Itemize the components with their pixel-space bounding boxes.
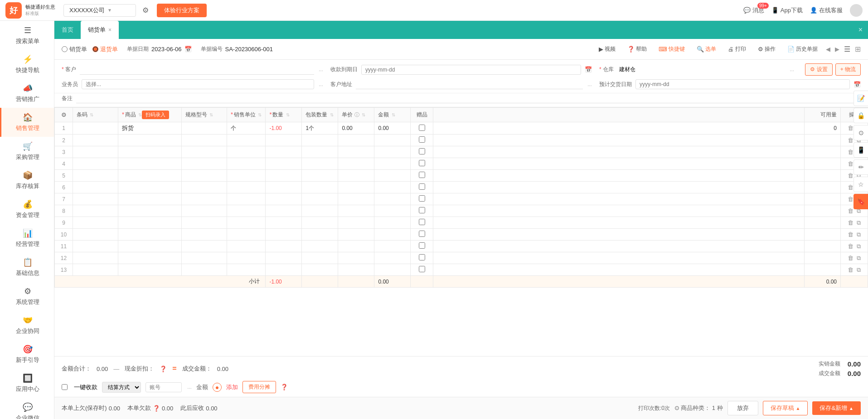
delete-icon[interactable]: 🗑 (848, 160, 853, 167)
warehouse-more-icon[interactable]: … (790, 67, 794, 72)
row-qty[interactable]: -1.00 (266, 122, 302, 135)
row-qty[interactable] (266, 182, 302, 193)
row-gift[interactable] (411, 182, 433, 193)
row-price[interactable] (338, 158, 374, 170)
account-input[interactable] (145, 382, 182, 392)
sidebar-item-newbie[interactable]: 🎯 新手引导 (0, 340, 54, 369)
row-product[interactable] (118, 205, 182, 217)
sidebar-item-basic[interactable]: 📋 基础信息 (0, 253, 54, 282)
sidebar-item-inventory[interactable]: 📦 库存核算 (0, 166, 54, 195)
operation-button[interactable]: ⚙ 操作 (754, 43, 779, 55)
scan-button[interactable]: 扫码录入 (142, 111, 169, 119)
row-price[interactable] (338, 264, 374, 276)
row-price[interactable] (338, 182, 374, 193)
sidebar-item-finance[interactable]: 💰 资金管理 (0, 195, 54, 224)
row-gift[interactable] (411, 241, 433, 252)
row-qty[interactable] (266, 252, 302, 264)
row-qty[interactable] (266, 170, 302, 182)
copy-icon[interactable]: ⧉ (857, 255, 861, 261)
row-barcode[interactable] (73, 182, 118, 193)
row-barcode[interactable] (73, 170, 118, 182)
row-product[interactable] (118, 170, 182, 182)
row-product[interactable] (118, 182, 182, 193)
row-barcode[interactable] (73, 158, 118, 170)
video-button[interactable]: ▶ 视频 (595, 43, 619, 55)
delete-icon[interactable]: 🗑 (848, 184, 853, 191)
copy-icon[interactable]: ⧉ (857, 243, 861, 250)
delete-icon[interactable]: 🗑 (848, 231, 853, 238)
sidebar-item-purchase[interactable]: 🛒 采购管理 (0, 137, 54, 166)
row-price[interactable]: 0.00 (338, 122, 374, 135)
row-gift[interactable] (411, 135, 433, 146)
copy-icon[interactable]: ⧉ (857, 219, 861, 226)
row-qty[interactable] (266, 135, 302, 146)
nav-next-icon[interactable]: ▶ (835, 46, 839, 53)
right-panel-btn-2[interactable]: 🔒 (853, 108, 868, 123)
row-product[interactable]: 拆货 (118, 122, 182, 135)
one-click-pay-checkbox[interactable] (62, 384, 68, 390)
row-price[interactable] (338, 241, 374, 252)
tab-home[interactable]: 首页 (54, 21, 81, 39)
row-qty[interactable] (266, 146, 302, 158)
delivery-calendar-icon[interactable]: 📅 (853, 81, 861, 88)
row-spec[interactable] (182, 122, 227, 135)
row-qty[interactable] (266, 158, 302, 170)
row-barcode[interactable] (73, 217, 118, 229)
row-qty[interactable] (266, 205, 302, 217)
avatar[interactable] (850, 4, 863, 17)
help-button[interactable]: ❓ 帮助 (624, 43, 650, 55)
row-spec[interactable] (182, 135, 227, 146)
calendar-icon[interactable]: 📅 (184, 46, 192, 53)
save-new-button[interactable]: 保存&新增 ▲ (812, 401, 861, 415)
radio-sales-order[interactable]: 销货单 (62, 45, 87, 53)
radio-return-order[interactable]: 退货单 (92, 45, 118, 53)
online-service-button[interactable]: 👤 在线客服 (810, 6, 843, 14)
delete-icon[interactable]: 🗑 (848, 255, 853, 261)
row-product[interactable] (118, 264, 182, 276)
sidebar-item-wechat[interactable]: 💬 企业微信 (0, 398, 54, 419)
row-barcode[interactable] (73, 264, 118, 276)
product-type-icon[interactable]: ⊙ (674, 405, 679, 411)
sidebar-item-operations[interactable]: 📊 经营管理 (0, 224, 54, 253)
app-download-button[interactable]: 📱 App下载 (771, 6, 803, 14)
row-gift[interactable] (411, 170, 433, 182)
row-gift[interactable] (411, 146, 433, 158)
messages-button[interactable]: 💬 消息 99+ (743, 6, 764, 14)
row-price[interactable] (338, 229, 374, 241)
right-panel-btn-1[interactable]: 📝 (853, 91, 868, 106)
row-barcode[interactable] (73, 241, 118, 252)
row-spec[interactable] (182, 264, 227, 276)
row-gift[interactable] (411, 252, 433, 264)
company-selector[interactable]: XXXXXX公司 ▼ (63, 4, 136, 17)
shortcut-button[interactable]: ⌨ 快捷键 (655, 43, 689, 55)
trial-button[interactable]: 体验行业方案 (157, 4, 207, 17)
row-spec[interactable] (182, 205, 227, 217)
delete-icon[interactable]: 🗑 (848, 149, 853, 155)
row-gift[interactable] (411, 264, 433, 276)
settings-button[interactable]: ⚙ (139, 4, 152, 17)
right-panel-btn-7[interactable]: 🔖 (853, 194, 868, 209)
row-barcode[interactable] (73, 229, 118, 241)
row-gift[interactable] (411, 229, 433, 241)
history-button[interactable]: 📄 历史单据 (784, 43, 821, 55)
row-gift[interactable] (411, 158, 433, 170)
sidebar-item-search[interactable]: ☰ 搜索菜单 (0, 21, 54, 50)
discard-button[interactable]: 放弃 (727, 401, 758, 415)
col-settings-header[interactable]: ⚙ (55, 108, 73, 122)
row-barcode[interactable] (73, 122, 118, 135)
add-button[interactable]: ● (213, 383, 222, 392)
delete-icon[interactable]: 🗑 (848, 125, 853, 131)
right-panel-btn-3[interactable]: ⊙ (853, 125, 868, 140)
row-barcode[interactable] (73, 205, 118, 217)
set-button[interactable]: ⚙ 设置 (805, 63, 832, 76)
row-price[interactable] (338, 217, 374, 229)
row-gift[interactable] (411, 122, 433, 135)
collect-date-input[interactable] (361, 65, 581, 75)
row-price[interactable] (338, 135, 374, 146)
delete-icon[interactable]: 🗑 (848, 137, 853, 144)
delete-icon[interactable]: 🗑 (848, 243, 853, 250)
row-price[interactable] (338, 146, 374, 158)
row-product[interactable] (118, 217, 182, 229)
fee-help-icon[interactable]: ❓ (281, 384, 288, 390)
row-qty[interactable] (266, 241, 302, 252)
